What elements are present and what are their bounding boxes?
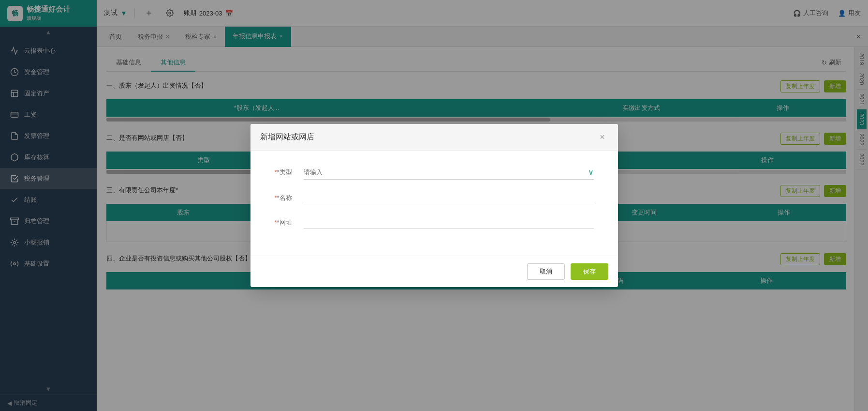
cancel-button[interactable]: 取消 [527,263,565,280]
url-label: **网址 [275,218,304,227]
type-select-input[interactable] [304,168,588,176]
type-select-wrap: ∨ [304,165,594,180]
type-dropdown-icon[interactable]: ∨ [588,167,594,177]
name-control-wrap [304,192,594,204]
form-row-type: **类型 ∨ [275,165,594,180]
modal-add-website: 新增网站或网店 × **类型 ∨ **名称 [250,124,618,287]
name-input[interactable] [304,192,594,204]
form-row-name: **名称 [275,192,594,204]
type-control-wrap: ∨ [304,165,594,180]
url-input[interactable] [304,216,594,229]
name-label: **名称 [275,194,304,202]
modal-footer: 取消 保存 [250,256,618,287]
form-row-url: **网址 [275,216,594,229]
type-label: **类型 [275,168,304,177]
modal-body: **类型 ∨ **名称 [250,151,618,256]
modal-title: 新增网站或网店 [260,132,314,142]
url-control-wrap [304,216,594,229]
save-button[interactable]: 保存 [571,263,608,280]
modal-overlay: 新增网站或网店 × **类型 ∨ **名称 [0,0,868,411]
modal-close-button[interactable]: × [597,131,608,143]
modal-header: 新增网站或网店 × [250,124,618,151]
